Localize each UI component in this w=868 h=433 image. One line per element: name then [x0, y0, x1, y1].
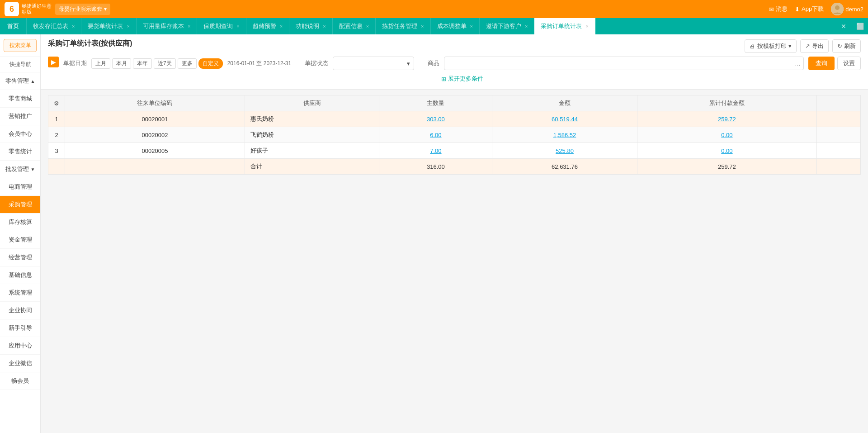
- nav-tabs: 首页 收发存汇总表 × 要货单统计表 × 可用量库存账本 × 保质期查询 × 超…: [0, 18, 868, 34]
- user-profile[interactable]: demo2: [831, 3, 863, 15]
- footer-label: 合计: [245, 159, 379, 175]
- row-supplier: 惠氏奶粉: [245, 111, 379, 127]
- close-icon[interactable]: ×: [188, 24, 190, 29]
- sidebar-item-inventory[interactable]: 库存核算: [0, 214, 40, 231]
- main-layout: 搜索菜单 快捷导航 零售管理 ▲ 零售商城 营销推广 会员中心 零售统计 批发管…: [0, 34, 868, 433]
- refresh-btn[interactable]: ↻ 刷新: [832, 39, 861, 53]
- sidebar-item-member[interactable]: 会员中心: [0, 125, 40, 143]
- more-icon[interactable]: …: [795, 60, 801, 67]
- date-more[interactable]: 更多: [178, 58, 197, 69]
- filter-toggle-btn[interactable]: ▶: [48, 57, 59, 67]
- data-table: ⚙ 往来单位编码 供应商 主数量 金额 累计付款金额 1 00020001 惠氏…: [48, 95, 861, 175]
- sidebar-item-purchase[interactable]: 采购管理: [0, 196, 40, 214]
- sidebar-item-retail-mgmt[interactable]: 零售管理 ▲: [0, 72, 40, 90]
- close-icon[interactable]: ×: [366, 24, 369, 29]
- table-row: 3 00020005 好孩子 7.00 525.80 0.00: [48, 143, 861, 159]
- maximize-btn[interactable]: ⬜: [852, 18, 868, 34]
- dropdown-arrow[interactable]: ▾: [788, 43, 792, 49]
- date-this-year[interactable]: 本年: [133, 58, 152, 69]
- date-shortcuts: 上月 本月 本年 近7天 更多 自定义: [91, 58, 223, 69]
- tab-gongneng[interactable]: 功能说明 ×: [289, 18, 332, 34]
- messages-btn[interactable]: ✉ 消息: [769, 5, 788, 13]
- date-last-month[interactable]: 上月: [91, 58, 110, 69]
- close-window-btn[interactable]: ✕: [835, 18, 852, 34]
- col-header-supplier: 供应商: [245, 95, 379, 111]
- sidebar-item-member2[interactable]: 畅会员: [0, 372, 40, 390]
- col-header-amount: 金额: [492, 95, 637, 111]
- date-custom[interactable]: 自定义: [198, 58, 223, 69]
- top-bar-left: 6 畅捷通好生意 标版 母婴行业演示账套 ▾: [5, 2, 110, 16]
- sidebar-item-finance[interactable]: 资金管理: [0, 231, 40, 249]
- print-btn[interactable]: 🖨 按模板打印 ▾: [745, 39, 797, 53]
- tab-chaoyuyujing[interactable]: 超储预警 ×: [246, 18, 289, 34]
- row-qty: 7.00: [379, 143, 492, 159]
- table-row: 1 00020001 惠氏奶粉 303.00 60,519.44 259.72: [48, 111, 861, 127]
- footer-paid: 259.72: [637, 159, 817, 175]
- tab-chengben[interactable]: 成本调整单 ×: [431, 18, 480, 34]
- tab-baozhiqi[interactable]: 保质期查询 ×: [197, 18, 246, 34]
- sidebar-item-basic-info[interactable]: 基础信息: [0, 266, 40, 284]
- expand-row: ⊞ 展开更多条件: [63, 73, 861, 85]
- sidebar-item-operations[interactable]: 经营管理: [0, 249, 40, 266]
- status-select[interactable]: ▾: [333, 57, 414, 70]
- close-icon[interactable]: ×: [421, 24, 424, 29]
- col-settings[interactable]: ⚙: [48, 95, 65, 111]
- sidebar-item-wholesale[interactable]: 批发管理 ▼: [0, 161, 40, 178]
- footer-amount: 62,631.76: [492, 159, 637, 175]
- settings-btn[interactable]: 设置: [837, 57, 861, 70]
- tab-keyongliang[interactable]: 可用量库存账本 ×: [137, 18, 197, 34]
- goods-input[interactable]: [447, 60, 795, 67]
- close-icon[interactable]: ×: [127, 24, 129, 29]
- row-num: 3: [48, 143, 65, 159]
- sidebar-item-marketing[interactable]: 营销推广: [0, 108, 40, 125]
- expand-more-btn[interactable]: ⊞ 展开更多条件: [441, 75, 483, 83]
- row-paid: 0.00: [637, 127, 817, 143]
- top-bar: 6 畅捷通好生意 标版 母婴行业演示账套 ▾ ✉ 消息 ⬇ App下载 demo…: [0, 0, 868, 18]
- sidebar-item-guide[interactable]: 新手引导: [0, 319, 40, 337]
- query-btn[interactable]: 查询: [808, 57, 835, 70]
- quick-nav-btn[interactable]: 快捷导航: [9, 61, 31, 67]
- sidebar-item-retail-mall[interactable]: 零售商城: [0, 90, 40, 108]
- sidebar-item-enterprise[interactable]: 企业协同: [0, 302, 40, 319]
- sidebar-item-system[interactable]: 系统管理: [0, 284, 40, 302]
- logo-icon: 6: [5, 2, 19, 16]
- tab-home[interactable]: 首页: [0, 18, 27, 34]
- tab-shoufacun[interactable]: 收发存汇总表 ×: [27, 18, 81, 34]
- close-icon[interactable]: ×: [525, 24, 528, 29]
- tab-jianhuo[interactable]: 拣货任务管理 ×: [376, 18, 430, 34]
- date-label: 单据日期: [63, 59, 87, 67]
- sidebar-item-retail-stats[interactable]: 零售统计: [0, 143, 40, 161]
- refresh-icon: ↻: [837, 43, 842, 49]
- svg-point-1: [835, 5, 840, 10]
- close-icon[interactable]: ×: [585, 24, 588, 29]
- workspace-selector[interactable]: 母婴行业演示账套 ▾: [55, 4, 110, 15]
- tab-yaoqing[interactable]: 邀请下游客户 ×: [480, 18, 534, 34]
- sidebar-item-app-center[interactable]: 应用中心: [0, 337, 40, 355]
- row-qty: 6.00: [379, 127, 492, 143]
- col-header-extra: [817, 95, 861, 111]
- filter-area: 单据日期 上月 本月 本年 近7天 更多 自定义 2016-01-01 至 20…: [63, 57, 861, 85]
- expand-icon: ⊞: [441, 76, 446, 82]
- tab-yaohuo[interactable]: 要货单统计表 ×: [81, 18, 136, 34]
- close-icon[interactable]: ×: [280, 24, 283, 29]
- chevron-icon: ▼: [31, 167, 35, 172]
- row-qty: 303.00: [379, 111, 492, 127]
- sidebar-item-wechat[interactable]: 企业微信: [0, 355, 40, 372]
- table-footer-row: 合计 316.00 62,631.76 259.72: [48, 159, 861, 175]
- row-code: 00020005: [65, 143, 245, 159]
- close-icon[interactable]: ×: [72, 24, 75, 29]
- export-btn[interactable]: ↗ 导出: [800, 39, 829, 53]
- close-icon[interactable]: ×: [470, 24, 473, 29]
- print-icon: 🖨: [750, 43, 755, 49]
- sidebar-item-ecommerce[interactable]: 电商管理: [0, 178, 40, 196]
- date-7days[interactable]: 近7天: [154, 58, 176, 69]
- close-icon[interactable]: ×: [236, 24, 239, 29]
- col-header-paid: 累计付款金额: [637, 95, 817, 111]
- close-icon[interactable]: ×: [323, 24, 326, 29]
- avatar: [831, 3, 844, 15]
- tab-caigou-active[interactable]: 采购订单统计表 ×: [534, 18, 595, 34]
- tab-peizhi[interactable]: 配置信息 ×: [333, 18, 376, 34]
- app-download-btn[interactable]: ⬇ App下载: [795, 5, 824, 13]
- date-this-month[interactable]: 本月: [112, 58, 131, 69]
- search-menu-btn[interactable]: 搜索菜单: [4, 39, 37, 52]
